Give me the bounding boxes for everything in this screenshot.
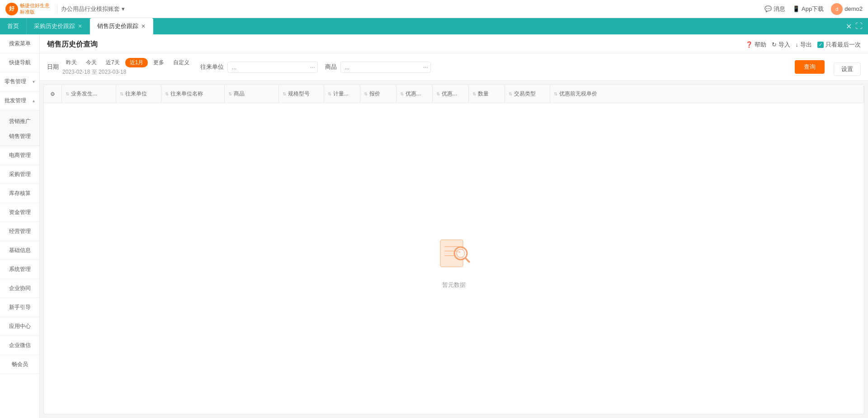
svg-point-5 [457,249,465,257]
download-icon: 📱 [793,5,800,12]
sort-icon: ⇅ [400,91,404,96]
tab-maximize-icon[interactable]: ⛶ [855,22,863,30]
th-trade-type[interactable]: ⇅ 交易类型 [505,85,550,103]
partner-filter-label: 往来单位 [200,63,224,71]
sidebar-section-wholesale: 营销推广 销售管理 [0,110,39,146]
header: 好 畅捷信好生意 标准版 办公用品行业模拟账套 ▾ 💬 消息 📱 App下载 d… [0,0,868,18]
th-discount2[interactable]: ⇅ 优惠... [433,85,469,103]
date-btn-1month[interactable]: 近1月 [125,58,148,67]
sidebar-item-new-user-guide[interactable]: 新手引导 [0,298,39,317]
sort-icon: ⇅ [472,91,476,96]
date-filter-group: 日期 昨天 今天 近7天 近1月 更多 自定义 2023-02-18 至 202… [47,58,193,76]
sidebar-item-purchase-mgmt[interactable]: 采购管理 [0,165,39,184]
sidebar-item-enterprise-wechat[interactable]: 企业微信 [0,336,39,355]
export-icon: ↓ [796,41,799,48]
sidebar-item-retail-mgmt[interactable]: 零售管理 ▾ [0,72,39,91]
sidebar-item-search-menu[interactable]: 搜索菜单 [0,34,39,53]
partner-dots-icon[interactable]: ··· [310,63,316,71]
table-area: ⚙ ⇅ 业务发生... ⇅ 往来单位 ⇅ 往来单位名称 ⇅ 商品 [43,85,864,414]
product-input[interactable] [340,62,431,73]
date-btn-yesterday[interactable]: 昨天 [62,58,80,67]
sidebar-item-wholesale-mgmt[interactable]: 批发管理 ▴ [0,91,39,110]
header-right: 💬 消息 📱 App下载 d demo2 [764,3,863,15]
sort-icon: ⇅ [120,91,123,96]
tab-home[interactable]: 首页 [0,18,27,34]
sidebar-item-inventory[interactable]: 库存核算 [0,184,39,203]
th-price[interactable]: ⇅ 报价 [360,85,396,103]
page-title: 销售历史价查询 [47,40,98,49]
import-button[interactable]: ↻ 导入 [772,41,790,49]
chevron-down-icon: ▾ [33,79,35,84]
content: 销售历史价查询 ❓ 帮助 ↻ 导入 ↓ 导出 只看最后一次 [40,34,868,418]
message-icon: 💬 [764,5,772,12]
th-product[interactable]: ⇅ 商品 [225,85,279,103]
tab-close-purchase[interactable]: ✕ [78,23,82,29]
th-gear[interactable]: ⚙ [44,85,62,103]
sidebar-item-member[interactable]: 畅会员 [0,355,39,374]
gear-icon[interactable]: ⚙ [50,91,55,97]
import-icon: ↻ [772,41,777,48]
th-qty[interactable]: ⇅ 数量 [469,85,505,103]
page-actions: ❓ 帮助 ↻ 导入 ↓ 导出 只看最后一次 [745,41,861,49]
th-discount1[interactable]: ⇅ 优惠... [396,85,433,103]
logo-icon: 好 [5,3,18,15]
date-btn-custom[interactable]: 自定义 [170,58,193,67]
th-partner-code[interactable]: ⇅ 往来单位 [116,85,161,103]
sidebar-item-system-mgmt[interactable]: 系统管理 [0,260,39,279]
th-business[interactable]: ⇅ 业务发生... [62,85,116,103]
page-header: 销售历史价查询 ❓ 帮助 ↻ 导入 ↓ 导出 只看最后一次 [40,34,868,53]
filter-right-buttons: 查询 [795,60,825,74]
date-btn-today[interactable]: 今天 [82,58,100,67]
settings-button[interactable]: 设置 [834,62,861,76]
sidebar-item-finance-mgmt[interactable]: 资金管理 [0,203,39,222]
sidebar-item-operations-mgmt[interactable]: 经营管理 [0,222,39,241]
th-tax-price[interactable]: ⇅ 优惠前无税单价 [550,85,864,103]
tab-close-sales[interactable]: ✕ [141,23,146,29]
logo-text: 畅捷信好生意 标准版 [20,3,50,14]
user-nav[interactable]: d demo2 [831,3,863,15]
tab-bar: 首页 采购历史价跟踪 ✕ 销售历史价跟踪 ✕ ✕ ⛶ [0,18,868,34]
query-button[interactable]: 查询 [795,60,825,74]
export-button[interactable]: ↓ 导出 [796,41,812,49]
svg-line-6 [465,258,469,262]
product-filter-label: 商品 [325,63,337,71]
empty-text: 暂元数据 [442,281,466,289]
app-selector[interactable]: 办公用品行业模拟账套 ▾ [57,5,128,13]
sidebar-item-app-center[interactable]: 应用中心 [0,317,39,336]
empty-illustration [431,228,476,274]
date-btn-more[interactable]: 更多 [150,58,168,67]
help-button[interactable]: ❓ 帮助 [745,41,766,49]
sidebar-item-sales-mgmt[interactable]: 销售管理 [2,129,38,144]
only-last-checkbox-area[interactable]: 只看最后一次 [817,41,861,49]
only-last-checkbox[interactable] [817,42,824,48]
filter-bar: 日期 昨天 今天 近7天 近1月 更多 自定义 2023-02-18 至 202… [40,53,868,81]
date-btn-7days[interactable]: 近7天 [102,58,123,67]
header-left: 好 畅捷信好生意 标准版 办公用品行业模拟账套 ▾ [5,3,128,15]
search-menu-label: 搜索菜单 [9,40,31,48]
tab-close-all-icon[interactable]: ✕ [846,22,852,31]
sort-icon: ⇅ [165,91,169,96]
date-range-display: 2023-02-18 至 2023-03-18 [62,68,193,76]
sort-icon: ⇅ [328,91,331,96]
tab-bar-right: ✕ ⛶ [846,22,868,31]
sidebar-item-ecommerce-mgmt[interactable]: 电商管理 [0,146,39,165]
table-header: ⚙ ⇅ 业务发生... ⇅ 往来单位 ⇅ 往来单位名称 ⇅ 商品 [44,85,864,103]
sidebar-item-basic-info[interactable]: 基础信息 [0,241,39,260]
th-unit[interactable]: ⇅ 计量... [324,85,360,103]
sidebar-item-marketing[interactable]: 营销推广 [2,114,38,129]
product-dots-icon[interactable]: ··· [423,63,429,71]
sidebar-item-enterprise-collab[interactable]: 企业协同 [0,279,39,298]
message-nav[interactable]: 💬 消息 [764,5,785,13]
sidebar-item-quick-nav[interactable]: 快捷导航 [0,53,39,72]
tab-purchase-history[interactable]: 采购历史价跟踪 ✕ [27,18,90,34]
th-spec[interactable]: ⇅ 规格型号 [279,85,324,103]
th-partner-name[interactable]: ⇅ 往来单位名称 [161,85,225,103]
quick-nav-label: 快捷导航 [9,59,31,66]
product-filter-group: 商品 ··· [325,62,431,73]
partner-input[interactable] [227,62,318,73]
svg-point-7 [458,251,460,253]
app-download-nav[interactable]: 📱 App下载 [793,5,824,13]
tab-sales-history[interactable]: 销售历史价跟踪 ✕ [90,18,153,34]
sidebar: 搜索菜单 快捷导航 零售管理 ▾ 批发管理 ▴ 营销推广 销售管理 电商管理 采… [0,34,40,418]
sort-icon: ⇅ [364,91,368,96]
